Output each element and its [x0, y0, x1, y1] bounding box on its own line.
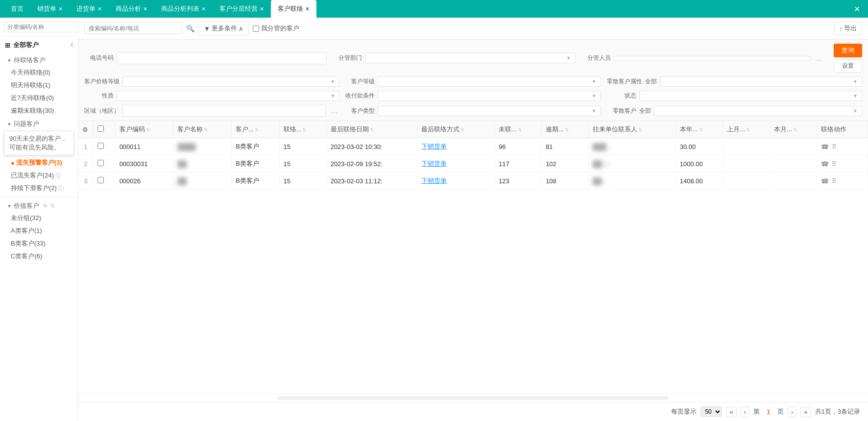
- th-name[interactable]: 客户名称⇅: [173, 121, 232, 138]
- filter-row-3: 性质 ▼ 收付款条件 ▼ 状态 ▼: [84, 91, 862, 101]
- close-icon[interactable]: ✕: [143, 6, 147, 12]
- close-icon[interactable]: ✕: [201, 6, 206, 12]
- row-action[interactable]: ☎⠿: [817, 173, 868, 190]
- sidebar-item-a-class[interactable]: A类客户(1): [0, 224, 78, 237]
- row-action[interactable]: ☎⠿: [817, 155, 868, 173]
- sidebar-item-churn-warning[interactable]: ● 流失预警客户(3): [0, 156, 78, 169]
- row-contact: 15: [279, 138, 326, 155]
- more-icon[interactable]: …: [329, 107, 339, 115]
- more-actions-icon[interactable]: ⠿: [832, 160, 837, 168]
- customer-type-select[interactable]: ▼: [378, 106, 601, 116]
- row-contact-person: ██ 3...: [589, 155, 676, 173]
- search-icon[interactable]: 🔍: [186, 25, 194, 32]
- select-all-checkbox[interactable]: [97, 125, 104, 132]
- sidebar-all-customers[interactable]: ⊞ 全部客户 《: [0, 37, 78, 53]
- settings-button[interactable]: 设置: [834, 59, 862, 73]
- sidebar-item-c-class[interactable]: C类客户(6): [0, 250, 78, 263]
- region-input[interactable]: [122, 105, 326, 117]
- settings-icon[interactable]: ⚙: [82, 126, 88, 133]
- tab-purchase[interactable]: 进货单 ✕: [70, 0, 109, 18]
- row-last-contact-method[interactable]: 下销货单: [417, 138, 495, 155]
- my-customers-label: 我分管的客户: [261, 24, 299, 33]
- th-this-month[interactable]: 本月...⇅: [770, 121, 817, 138]
- sidebar-item-today[interactable]: 今天待联络(0): [0, 66, 78, 79]
- prev-page-button[interactable]: ‹: [741, 407, 749, 417]
- retail-attr-select[interactable]: ▼: [660, 76, 862, 87]
- tab-customer-contact[interactable]: 客户联络 ✕: [271, 0, 316, 18]
- refresh-icon[interactable]: ↻: [43, 203, 48, 209]
- row-checkbox[interactable]: [93, 155, 115, 173]
- th-type[interactable]: 客户...⇅: [232, 121, 279, 138]
- tab-customer-tier[interactable]: 客户分层经营 ✕: [213, 0, 271, 18]
- contact-icon[interactable]: ☎: [821, 160, 829, 168]
- row-checkbox[interactable]: [93, 138, 115, 155]
- sidebar-item-churned[interactable]: 已流失客户(24) ⓘ: [0, 169, 78, 182]
- th-last-contact-date[interactable]: 最后联络日期⇅: [326, 121, 417, 138]
- per-page-label: 每页显示: [671, 407, 697, 416]
- row-last-contact-method[interactable]: 下销货单: [417, 155, 495, 173]
- more-actions-icon[interactable]: ⠿: [832, 177, 837, 185]
- chevron-down-icon: ▼: [330, 79, 335, 84]
- th-no-contact[interactable]: 未联...⇅: [495, 121, 542, 138]
- per-page-select[interactable]: 50: [700, 406, 722, 417]
- phone-input[interactable]: [117, 52, 327, 64]
- th-contact[interactable]: 联络...⇅: [279, 121, 326, 138]
- price-level-select[interactable]: ▼: [122, 76, 339, 87]
- th-code[interactable]: 客户编码⇅: [115, 121, 173, 138]
- search-input[interactable]: [84, 23, 182, 34]
- sidebar-section-problem[interactable]: ▼ 问题客户: [0, 117, 78, 130]
- th-this-year[interactable]: 本年...⇅: [675, 121, 723, 138]
- window-close-button[interactable]: ✕: [850, 4, 864, 14]
- th-overdue[interactable]: 逾期...⇅: [542, 121, 589, 138]
- th-checkbox[interactable]: [93, 121, 115, 138]
- next-page-button[interactable]: ›: [788, 407, 796, 417]
- customer-level-select[interactable]: ▼: [378, 76, 601, 87]
- th-contact-person[interactable]: 往来单位联系人⇅: [589, 121, 676, 138]
- row-action[interactable]: ☎⠿: [817, 138, 868, 155]
- row-last-contact-method[interactable]: 下销货单: [417, 173, 495, 190]
- sidebar-item-declining[interactable]: 持续下滑客户(2) ⓘ: [0, 182, 78, 195]
- close-icon[interactable]: ✕: [305, 6, 310, 12]
- sidebar-item-b-class[interactable]: B类客户(33): [0, 237, 78, 250]
- edit-icon[interactable]: ✎: [50, 203, 55, 209]
- contact-icon[interactable]: ☎: [821, 143, 829, 150]
- tab-home[interactable]: 首页: [4, 0, 30, 18]
- th-settings[interactable]: ⚙: [78, 121, 93, 138]
- export-button[interactable]: ↑ 导出: [834, 22, 863, 35]
- sidebar-section-value[interactable]: ▼ 价值客户 ↻ ✎: [0, 199, 78, 212]
- sidebar-search-input[interactable]: [4, 22, 78, 32]
- more-icon[interactable]: …: [813, 54, 824, 62]
- filter-customer-type: 客户类型 ▼: [345, 106, 601, 116]
- row-checkbox[interactable]: [93, 173, 115, 190]
- horizontal-scrollbar[interactable]: [277, 396, 669, 400]
- retail-customer-select[interactable]: ▼: [654, 106, 862, 116]
- query-button[interactable]: 查询: [834, 44, 862, 57]
- content-area: 🔍 ▼ 更多条件 ∧ 我分管的客户 ↑ 导出 电话号码: [78, 18, 868, 421]
- dept-select[interactable]: ▼: [365, 53, 575, 63]
- manager-select[interactable]: [614, 56, 810, 61]
- close-icon[interactable]: ✕: [260, 6, 264, 12]
- payment-select[interactable]: ▼: [378, 91, 601, 101]
- sidebar-item-tomorrow[interactable]: 明天待联络(1): [0, 79, 78, 92]
- sidebar-item-overdue[interactable]: 逾期未联络(30): [0, 104, 78, 117]
- contact-icon[interactable]: ☎: [821, 177, 829, 185]
- sidebar-item-7days[interactable]: 近7天待联络(0): [0, 92, 78, 104]
- close-icon[interactable]: ✕: [97, 6, 102, 12]
- tab-product-list[interactable]: 商品分析列表 ✕: [154, 0, 213, 18]
- tab-sales[interactable]: 销货单 ✕: [30, 0, 70, 18]
- last-page-button[interactable]: »: [800, 407, 811, 417]
- status-select[interactable]: ▼: [639, 91, 862, 101]
- my-customers-checkbox-label[interactable]: 我分管的客户: [253, 24, 299, 33]
- my-customers-checkbox[interactable]: [253, 25, 259, 32]
- more-actions-icon[interactable]: ⠿: [832, 143, 837, 150]
- sidebar-item-ungroup[interactable]: 未分组(32): [0, 212, 78, 224]
- tab-product-analysis[interactable]: 商品分析 ✕: [109, 0, 154, 18]
- th-last-contact-method[interactable]: 最后联络方式⇅: [417, 121, 495, 138]
- th-last-month[interactable]: 上月...⇅: [723, 121, 770, 138]
- first-page-button[interactable]: «: [726, 407, 736, 417]
- gender-select[interactable]: ▼: [117, 91, 339, 101]
- sidebar-section-pending[interactable]: ▼ 待联络客户: [0, 53, 78, 66]
- close-icon[interactable]: ✕: [58, 6, 63, 12]
- data-table: ⚙ 客户编码⇅ 客户名称⇅ 客户...⇅ 联络...⇅ 最后联络日期⇅ 最后联络…: [78, 121, 868, 190]
- more-conditions-button[interactable]: ▼ 更多条件 ∧: [198, 22, 249, 35]
